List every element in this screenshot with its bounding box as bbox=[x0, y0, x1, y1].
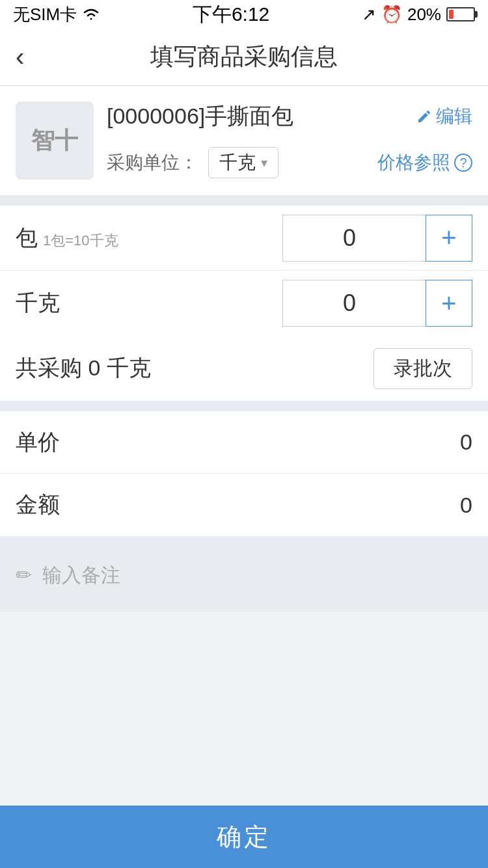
bag-row: 包1包=10千克 + bbox=[0, 206, 488, 271]
summary-text: 共采购 0 千克 bbox=[16, 353, 151, 383]
summary-row: 共采购 0 千克 录批次 bbox=[0, 336, 488, 401]
battery-icon bbox=[446, 7, 475, 21]
status-right: ↗ ⏰ 20% bbox=[362, 5, 475, 25]
kg-input-wrap: + bbox=[282, 280, 472, 327]
carrier-text: 无SIM卡 bbox=[13, 3, 77, 26]
wifi-icon bbox=[82, 7, 100, 21]
bag-input-wrap: + bbox=[282, 215, 472, 262]
product-name-row: [0000006]手撕面包 编辑 bbox=[107, 102, 472, 131]
status-bar: 无SIM卡 下午6:12 ↗ ⏰ 20% bbox=[0, 0, 488, 29]
amount-row: 金额 0 bbox=[0, 474, 488, 536]
bag-plus-button[interactable]: + bbox=[426, 215, 472, 262]
edit-button[interactable]: 编辑 bbox=[416, 104, 472, 129]
battery-percent: 20% bbox=[407, 5, 441, 25]
info-icon: ? bbox=[454, 154, 472, 172]
amount-label: 金额 bbox=[16, 490, 60, 520]
edit-icon bbox=[416, 109, 432, 124]
product-card: 智十 [0000006]手撕面包 编辑 采购单位： 千克 ▾ 价格 bbox=[0, 86, 488, 195]
note-placeholder-text: 输入备注 bbox=[42, 562, 120, 589]
status-left: 无SIM卡 bbox=[13, 3, 100, 26]
kg-plus-button[interactable]: + bbox=[426, 280, 472, 327]
unit-price-label: 单价 bbox=[16, 427, 60, 457]
edit-label: 编辑 bbox=[436, 104, 472, 129]
bag-sublabel: 1包=10千克 bbox=[43, 232, 118, 249]
amount-value: 0 bbox=[460, 493, 472, 518]
product-image: 智十 bbox=[16, 102, 94, 180]
unit-select[interactable]: 千克 ▾ bbox=[208, 147, 278, 178]
confirm-button[interactable]: 确定 bbox=[0, 806, 488, 868]
product-unit-row: 采购单位： 千克 ▾ 价格参照 ? bbox=[107, 147, 472, 178]
content-area: 智十 [0000006]手撕面包 编辑 采购单位： 千克 ▾ 价格 bbox=[0, 86, 488, 674]
price-ref-label: 价格参照 bbox=[377, 150, 450, 175]
status-time: 下午6:12 bbox=[193, 1, 269, 28]
page-title: 填写商品采购信息 bbox=[150, 41, 338, 73]
kg-label: 千克 bbox=[16, 288, 94, 318]
price-section: 单价 0 金额 0 bbox=[0, 411, 488, 536]
bag-label: 包1包=10千克 bbox=[16, 223, 118, 253]
unit-value: 千克 bbox=[219, 150, 256, 175]
unit-price-value: 0 bbox=[460, 429, 472, 455]
section-divider-2 bbox=[0, 401, 488, 411]
kg-input[interactable] bbox=[282, 280, 426, 327]
unit-price-row: 单价 0 bbox=[0, 411, 488, 474]
back-button[interactable]: ‹ bbox=[16, 42, 24, 72]
price-ref-button[interactable]: 价格参照 ? bbox=[377, 150, 472, 175]
product-logo-text: 智十 bbox=[31, 125, 78, 157]
location-icon: ↗ bbox=[362, 5, 376, 25]
section-divider-1 bbox=[0, 195, 488, 206]
chevron-down-icon: ▾ bbox=[261, 155, 267, 170]
note-section[interactable]: ✏ 输入备注 bbox=[0, 547, 488, 612]
form-section: 包1包=10千克 + 千克 + bbox=[0, 206, 488, 336]
kg-row: 千克 + bbox=[0, 271, 488, 336]
batch-button[interactable]: 录批次 bbox=[373, 348, 472, 389]
product-info: [0000006]手撕面包 编辑 采购单位： 千克 ▾ 价格参照 ? bbox=[107, 102, 472, 178]
nav-bar: ‹ 填写商品采购信息 bbox=[0, 29, 488, 86]
section-divider-3 bbox=[0, 536, 488, 547]
alarm-icon: ⏰ bbox=[381, 5, 402, 25]
unit-label: 采购单位： bbox=[107, 150, 198, 175]
bag-input[interactable] bbox=[282, 215, 426, 262]
product-full-name: [0000006]手撕面包 bbox=[107, 102, 293, 131]
pencil-icon: ✏ bbox=[16, 563, 32, 586]
